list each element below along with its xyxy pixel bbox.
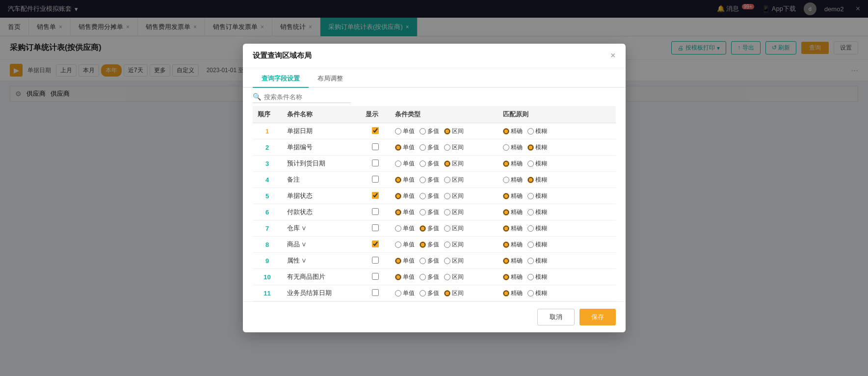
col-field-type-header: 条件类型 [390, 106, 498, 107]
modal-overlay: 设置查询区域布局 × 查询字段设置 布局调整 🔍 顺序 [0, 0, 868, 107]
search-icon: 🔍 [253, 93, 261, 101]
modal-header: 设置查询区域布局 × [243, 44, 626, 68]
col-order-header: 顺序 [253, 106, 282, 107]
modal-tab-layout[interactable]: 布局调整 [309, 70, 352, 88]
col-display-header: 显示 [361, 106, 390, 107]
col-field-name-header: 条件名称 [282, 106, 361, 107]
col-match-rule-header: 匹配原则 [498, 106, 616, 107]
modal-tabs: 查询字段设置 布局调整 [243, 70, 626, 88]
modal-tab-layout-label: 布局调整 [317, 75, 343, 82]
modal-tab-query-fields[interactable]: 查询字段设置 [253, 70, 309, 88]
field-table: 顺序 条件名称 显示 条件类型 匹配原则 1单据日期单值多值区间精确模糊2单据编… [243, 106, 626, 107]
modal-search-row: 🔍 [243, 88, 626, 106]
search-input[interactable] [264, 93, 342, 101]
modal-search-container: 🔍 [253, 93, 351, 103]
modal-title: 设置查询区域布局 [253, 51, 312, 60]
settings-modal: 设置查询区域布局 × 查询字段设置 布局调整 🔍 顺序 [243, 44, 626, 107]
modal-close-button[interactable]: × [610, 51, 616, 61]
modal-tab-query-fields-label: 查询字段设置 [262, 75, 300, 82]
